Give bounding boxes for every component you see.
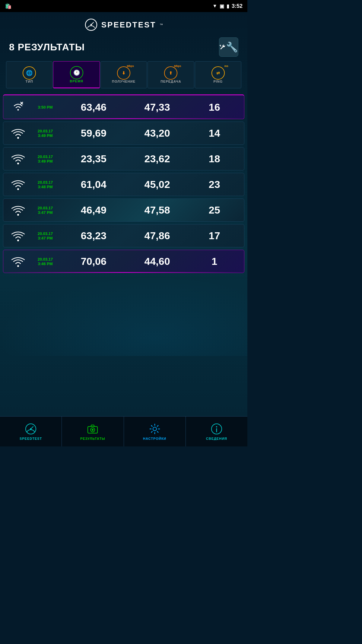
svg-point-11: [17, 240, 19, 241]
arrows-icon: ⇄: [216, 71, 220, 75]
type-icon-badge: 🌐: [23, 66, 36, 80]
svg-point-12: [17, 265, 19, 267]
result-1-ul: 47,33: [125, 101, 189, 113]
nav-results[interactable]: РЕЗУЛЬТАТЫ: [62, 417, 124, 446]
svg-point-21: [216, 426, 217, 427]
result-5-date: 20.03.17: [38, 206, 53, 210]
results-list: 3:50 PM 63,46 47,33 16 20.03.17 3:49 PM …: [0, 94, 247, 273]
clock-display: 3:52: [232, 3, 243, 9]
result-7-hour: 3:46 PM: [38, 262, 52, 266]
page-header: 8 РЕЗУЛЬТАТЫ 🔧: [0, 34, 247, 61]
nav-info-label: СВЕДЕНИЯ: [206, 437, 227, 440]
col-time[interactable]: 🕐 ВРЕМЯ: [53, 61, 100, 88]
result-row-2[interactable]: 20.03.17 3:49 PM 59,69 43,20 14: [3, 122, 244, 145]
spacer: [0, 273, 247, 282]
battery-icon: ▮: [227, 3, 229, 9]
result-4-hour: 3:48 PM: [38, 185, 52, 189]
status-bar: 🛍️ ▼ ▣ ▮ 3:52: [0, 0, 247, 12]
result-5-type-icon: [8, 205, 29, 216]
col-type[interactable]: 🌐 ТИП: [6, 61, 52, 88]
result-1-hour: 3:50 PM: [38, 105, 52, 109]
mbps-label-ul: Mbps: [174, 65, 181, 68]
result-2-ul: 43,20: [125, 127, 189, 139]
time-badge-circle: 🕐: [70, 66, 83, 79]
result-6-hour: 3:47 PM: [38, 236, 52, 240]
svg-point-19: [153, 427, 157, 431]
app-header: SPEEDTEST™: [0, 12, 247, 34]
col-upload-label: ПЕРЕДАЧА: [160, 80, 181, 83]
nav-info[interactable]: СВЕДЕНИЯ: [186, 417, 247, 446]
sim-icon: ▣: [220, 3, 224, 9]
app-title: SPEEDTEST: [101, 20, 156, 30]
nav-settings[interactable]: НАСТРОЙКИ: [124, 417, 186, 446]
result-row-4[interactable]: 20.03.17 3:48 PM 61,04 45,02 23: [3, 173, 244, 196]
ping-icon-badge: ⇄ ms: [211, 66, 225, 80]
result-7-ul: 44,60: [125, 255, 189, 267]
gauge-icon: [25, 423, 37, 435]
result-5-hour: 3:47 PM: [38, 210, 52, 215]
col-ping[interactable]: ⇄ ms PING: [195, 61, 241, 88]
result-row-7[interactable]: 20.03.17 3:46 PM 70,06 44,60 1: [3, 250, 244, 273]
result-4-type-icon: [8, 179, 29, 190]
globe-icon: 🌐: [26, 70, 33, 76]
result-4-date: 20.03.17: [38, 180, 53, 185]
result-4-ping: 23: [189, 179, 240, 190]
result-6-time: 20.03.17 3:47 PM: [29, 231, 62, 240]
result-5-ul: 47,58: [125, 204, 189, 216]
speedtest-logo: SPEEDTEST™: [84, 18, 163, 31]
mbps-label-dl: Mbps: [127, 65, 134, 68]
result-2-ping: 14: [189, 127, 240, 139]
result-3-ping: 18: [189, 153, 240, 165]
result-row-1[interactable]: 3:50 PM 63,46 47,33 16: [3, 94, 244, 119]
settings-button[interactable]: 🔧: [219, 37, 238, 57]
svg-point-8: [17, 163, 19, 164]
nav-speedtest-label: SPEEDTEST: [20, 437, 42, 440]
status-bar-right: ▼ ▣ ▮ 3:52: [212, 3, 243, 9]
ul-badge-circle: ⬆ Mbps: [164, 66, 177, 80]
result-7-dl: 70,06: [62, 255, 125, 267]
gear-icon: [149, 423, 161, 435]
result-2-date: 20.03.17: [38, 129, 53, 133]
bag-icon: 🛍️: [5, 3, 11, 9]
result-2-type-icon: [8, 128, 29, 139]
svg-point-18: [92, 429, 94, 431]
ul-icon-badge: ⬆ Mbps: [164, 66, 177, 80]
result-1-type-icon: [8, 101, 29, 113]
svg-point-2: [90, 24, 92, 26]
page-title: 8 РЕЗУЛЬТАТЫ: [9, 42, 85, 53]
ping-badge-circle: ⇄ ms: [211, 66, 225, 80]
trademark: ™: [160, 23, 163, 27]
col-ping-label: PING: [213, 80, 223, 83]
svg-point-15: [30, 428, 32, 430]
svg-point-7: [17, 137, 19, 139]
camera-icon: [87, 423, 99, 435]
type-badge-circle: 🌐: [23, 66, 36, 80]
dl-badge-circle: ⬇ Mbps: [117, 66, 130, 80]
result-2-time: 20.03.17 3:49 PM: [29, 129, 62, 138]
result-1-time: 3:50 PM: [29, 105, 62, 109]
col-download[interactable]: ⬇ Mbps ПОЛУЧЕНИЕ: [100, 61, 147, 88]
result-1-ping: 16: [189, 101, 240, 113]
speedometer-icon: [84, 18, 98, 31]
nav-speedtest[interactable]: SPEEDTEST: [0, 417, 62, 446]
bottom-nav: SPEEDTEST РЕЗУЛЬТАТЫ НАСТРОЙКИ СВЕДЕНИЯ: [0, 416, 247, 446]
result-row-3[interactable]: 20.03.17 3:49 PM 23,35 23,62 18: [3, 147, 244, 170]
result-4-time: 20.03.17 3:48 PM: [29, 180, 62, 189]
result-6-ul: 47,86: [125, 230, 189, 242]
result-4-dl: 61,04: [62, 179, 125, 190]
wifi-icon-5: [11, 205, 25, 216]
wifi-icon-4: [11, 179, 25, 190]
result-7-date: 20.03.17: [38, 257, 53, 262]
info-icon: [211, 423, 223, 435]
clock-icon: 🕐: [73, 69, 80, 76]
svg-point-10: [17, 214, 19, 216]
col-upload[interactable]: ⬆ Mbps ПЕРЕДАЧА: [148, 61, 194, 88]
result-3-date: 20.03.17: [38, 154, 53, 159]
result-2-dl: 59,69: [62, 127, 125, 139]
result-row-5[interactable]: 20.03.17 3:47 PM 46,49 47,58 25: [3, 198, 244, 222]
result-1-dl: 63,46: [62, 101, 125, 113]
result-row-6[interactable]: 20.03.17 3:47 PM 63,23 47,86 17: [3, 224, 244, 247]
result-3-dl: 23,35: [62, 153, 125, 165]
ms-label: ms: [224, 65, 228, 68]
nav-results-label: РЕЗУЛЬТАТЫ: [80, 437, 105, 440]
